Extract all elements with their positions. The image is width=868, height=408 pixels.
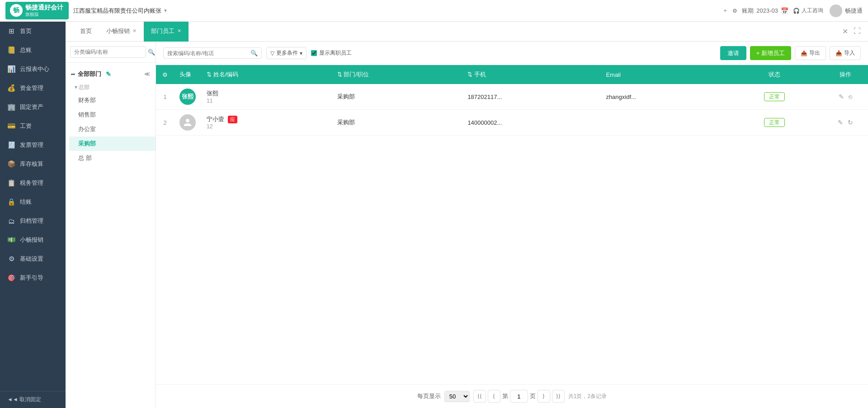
add-employee-button[interactable]: + 新增员工 xyxy=(750,46,791,60)
edit-icon[interactable]: ✎ xyxy=(839,93,844,100)
sidebar-item-close[interactable]: 🔒 结账 xyxy=(0,192,66,211)
row-status-cell: 正常 xyxy=(726,84,823,110)
status-badge: 正常 xyxy=(764,92,785,101)
expense-icon: 💵 xyxy=(7,236,15,244)
reports-icon: 📊 xyxy=(7,65,15,73)
row-actions-cell: ✎ ↻ xyxy=(823,110,868,136)
tab-employees[interactable]: 部门员工 ✕ xyxy=(144,22,189,42)
content-area: 首页 小畅报销 ✕ 部门员工 ✕ ✕ ⛶ 🔍 xyxy=(66,22,868,408)
chevron-down-icon: ▾ xyxy=(300,50,302,56)
page-size-selector[interactable]: 10 20 50 100 xyxy=(444,391,470,402)
col-dept[interactable]: ⇅ 部门/职位 xyxy=(332,65,462,84)
tab-actions: ✕ ⛶ xyxy=(842,27,861,36)
col-name[interactable]: ⇅ 姓名/编码 xyxy=(201,65,332,84)
search-input[interactable] xyxy=(167,50,249,56)
sidebar-item-archive[interactable]: 🗂 归档管理 xyxy=(0,211,66,230)
edit-dept-icon[interactable]: ✎ xyxy=(106,70,111,78)
close-expense-tab[interactable]: ✕ xyxy=(132,28,137,34)
period-selector[interactable]: 账期 2023-03 📅 xyxy=(742,7,788,15)
table-row: 2 宁 xyxy=(156,110,868,136)
search-icon[interactable]: 🔍 xyxy=(250,50,258,56)
invite-button[interactable]: 邀请 xyxy=(720,46,746,60)
archive-icon: 🗂 xyxy=(7,217,15,225)
sidebar-item-guide[interactable]: 🎯 新手引导 xyxy=(0,268,66,287)
refresh-icon[interactable]: ↻ xyxy=(848,119,853,126)
page-content: 🔍 ▪▪ 全部部门 ✎ ≪ ▾ 总部 xyxy=(66,42,868,408)
more-filters-button[interactable]: ▽ 更多条件 ▾ xyxy=(266,47,307,59)
row-status-cell: 正常 xyxy=(726,110,823,136)
close-employees-tab[interactable]: ✕ xyxy=(177,28,181,34)
row-email-cell xyxy=(600,110,726,136)
row-num: 2 xyxy=(156,110,174,136)
col-settings[interactable]: ⚙ xyxy=(156,65,174,84)
page-number-input[interactable] xyxy=(510,390,528,403)
row-name-cell: 宁小壹 应 12 xyxy=(201,110,332,136)
dept-all-button[interactable]: ▪▪ 全部部门 ✎ ≪ xyxy=(66,66,156,82)
invoice-icon: 🧾 xyxy=(7,141,15,149)
sidebar-item-fixed-assets[interactable]: 🏢 固定资产 xyxy=(0,98,66,117)
company-selector[interactable]: 江西服宝精品有限责任公司内账张 ▼ xyxy=(73,7,718,15)
edit-icon[interactable]: ✎ xyxy=(838,119,843,126)
sidebar-item-home[interactable]: ⊞ 首页 xyxy=(0,22,66,41)
main-layout: ⊞ 首页 📒 总账 📊 云报表中心 💰 资金管理 🏢 固定资产 💳 工资 🧾 发… xyxy=(0,22,868,408)
dept-group: ▾ 总部 财务部 销售部 办公室 采购部 xyxy=(66,82,156,165)
add-button[interactable]: ＋ xyxy=(722,7,728,14)
sidebar-item-tax[interactable]: 📋 税务管理 xyxy=(0,174,66,192)
tab-expense[interactable]: 小畅报销 ✕ xyxy=(99,22,144,42)
dept-panel: 🔍 ▪▪ 全部部门 ✎ ≪ ▾ 总部 xyxy=(66,42,156,408)
avatar xyxy=(179,114,196,131)
dept-item-office[interactable]: 办公室 xyxy=(69,122,156,136)
col-status: 状态 xyxy=(726,65,823,84)
row-name-cell: 张熙 11 xyxy=(201,84,332,110)
table-row: 1 张熙 张熙 11 xyxy=(156,84,868,110)
tab-bar: 首页 小畅报销 ✕ 部门员工 ✕ ✕ ⛶ xyxy=(66,22,868,42)
sidebar-item-inventory[interactable]: 📦 库存核算 xyxy=(0,155,66,174)
dept-item-finance[interactable]: 财务部 xyxy=(69,93,156,108)
cancel-pin-button[interactable]: ◄◄ 取消固定 xyxy=(0,391,66,408)
dept-item-hq[interactable]: 总 部 xyxy=(69,151,156,165)
dept-search-input[interactable] xyxy=(70,46,146,58)
tab-home[interactable]: 首页 xyxy=(73,22,99,42)
settings-nav-icon: ⚙ xyxy=(7,255,15,263)
user-menu[interactable]: 畅捷通 xyxy=(830,5,863,17)
chevron-down-icon: ▼ xyxy=(163,8,168,13)
collapse-icon[interactable]: ≪ xyxy=(144,71,150,77)
prev-page-button[interactable]: ⟨ xyxy=(488,390,500,403)
first-page-button[interactable]: ⟨⟨ xyxy=(473,390,486,403)
sidebar-item-reports[interactable]: 📊 云报表中心 xyxy=(0,60,66,79)
export-button[interactable]: 📤 导出 xyxy=(795,46,826,60)
pagination: 每页显示 10 20 50 100 ⟨⟨ ⟨ 第 xyxy=(156,384,868,408)
col-phone[interactable]: ⇅ 手机 xyxy=(462,65,600,84)
page-size-select[interactable]: 10 20 50 100 xyxy=(444,391,470,402)
row-avatar-cell: 张熙 xyxy=(174,84,201,110)
show-resigned-checkbox[interactable]: 显示离职员工 xyxy=(311,49,352,57)
status-badge: 正常 xyxy=(764,118,785,127)
import-button[interactable]: 📥 导入 xyxy=(830,46,861,60)
sidebar-item-invoice[interactable]: 🧾 发票管理 xyxy=(0,136,66,155)
import-icon: 📥 xyxy=(835,50,842,56)
service-button[interactable]: 🎧 人工咨询 xyxy=(793,7,823,14)
employees-table: ⚙ 头像 ⇅ 姓名/编码 ⇅ 部门/职位 xyxy=(156,65,868,384)
close-window-icon[interactable]: ✕ xyxy=(842,27,848,36)
sidebar-item-salary[interactable]: 💳 工资 xyxy=(0,117,66,136)
settings-icon[interactable]: ⚙ xyxy=(732,8,737,14)
fixed-assets-icon: 🏢 xyxy=(7,103,15,111)
calendar-icon[interactable]: 📅 xyxy=(781,7,788,14)
sidebar-item-ledger[interactable]: 📒 总账 xyxy=(0,41,66,60)
col-email: Email xyxy=(600,65,726,84)
next-page-button[interactable]: ⟩ xyxy=(538,390,550,403)
logout-icon[interactable]: ⎋ xyxy=(849,93,852,100)
right-content: 🔍 ▽ 更多条件 ▾ 显示离职员工 邀请 + 新增员工 xyxy=(156,42,868,408)
avatar: 张熙 xyxy=(179,89,196,105)
dept-item-purchase[interactable]: 采购部 xyxy=(69,136,156,151)
dept-group-label: ▾ 总部 xyxy=(69,82,156,93)
maximize-icon[interactable]: ⛶ xyxy=(854,27,861,36)
dept-search-icon[interactable]: 🔍 xyxy=(148,49,155,56)
sidebar-item-settings[interactable]: ⚙ 基础设置 xyxy=(0,249,66,268)
dept-item-sales[interactable]: 销售部 xyxy=(69,108,156,122)
sidebar-item-funds[interactable]: 💰 资金管理 xyxy=(0,79,66,98)
sidebar-item-expense[interactable]: 💵 小畅报销 xyxy=(0,230,66,249)
last-page-button[interactable]: ⟩⟩ xyxy=(552,390,565,403)
close-books-icon: 🔒 xyxy=(7,198,15,206)
page-total: 共1页，2条记录 xyxy=(568,393,607,400)
